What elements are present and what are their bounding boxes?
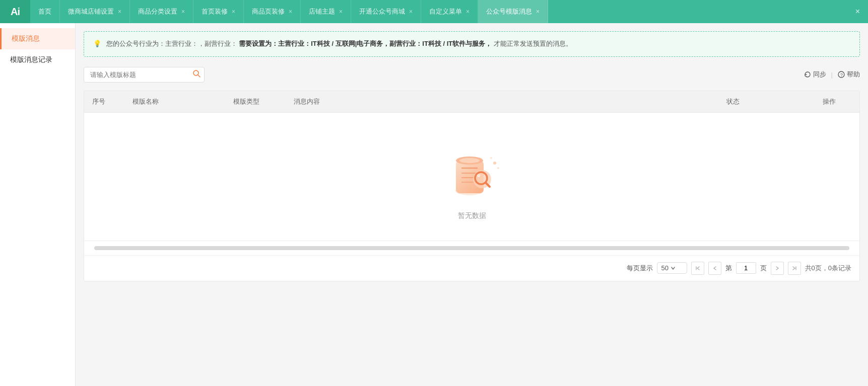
toolbar-divider: |	[831, 71, 833, 79]
scrollbar-area	[84, 241, 859, 255]
table-header-th-name: 模版名称	[124, 91, 225, 112]
close-tab-button[interactable]: ×	[339, 8, 343, 15]
search-bar: 同步 | ? 帮助	[84, 67, 860, 83]
nav-tab-7[interactable]: 自定义菜单×	[421, 0, 478, 23]
table-header-th-status: 状态	[718, 91, 799, 112]
close-tab-button[interactable]: ×	[409, 8, 413, 15]
page-number-input[interactable]	[736, 262, 756, 274]
last-page-button[interactable]	[788, 262, 801, 275]
data-table: 序号模版名称模版类型消息内容状态操作	[84, 91, 860, 281]
notice-text-before: 您的公众号行业为：主营行业：，副营行业：	[106, 40, 237, 47]
empty-state: 暂无数据	[84, 113, 859, 241]
close-tab-button[interactable]: ×	[466, 8, 470, 15]
close-tab-button[interactable]: ×	[181, 8, 185, 15]
main-content: 💡 您的公众号行业为：主营行业：，副营行业： 需要设置为：主营行业：IT科技 /…	[76, 23, 868, 386]
sidebar-item-0[interactable]: 模版消息	[0, 28, 75, 49]
first-page-icon	[695, 266, 700, 271]
nav-tab-6[interactable]: 开通公众号商城×	[351, 0, 421, 23]
page-size-select[interactable]: 50	[657, 262, 687, 274]
pagination: 每页显示 50 第	[84, 255, 859, 281]
empty-illustration	[442, 143, 502, 203]
prev-page-button[interactable]	[708, 262, 721, 275]
horizontal-scrollbar[interactable]	[94, 246, 849, 250]
prev-page-icon	[713, 266, 717, 271]
total-pages-label: 共0页，0条记录	[805, 264, 851, 273]
sync-icon	[804, 71, 811, 78]
nav-tab-1[interactable]: 微商城店铺设置×	[60, 0, 130, 23]
notice-icon: 💡	[93, 40, 101, 47]
search-input-wrap	[84, 67, 205, 83]
empty-text: 暂无数据	[458, 211, 486, 220]
svg-text:?: ?	[840, 72, 843, 78]
nav-tab-0[interactable]: 首页	[30, 0, 60, 23]
table-header-th-content: 消息内容	[286, 91, 718, 112]
page-unit: 页	[760, 264, 767, 273]
next-page-icon	[775, 266, 779, 271]
table-header: 序号模版名称模版类型消息内容状态操作	[84, 91, 859, 113]
nav-tab-4[interactable]: 商品页装修×	[244, 0, 301, 23]
next-page-button[interactable]	[771, 262, 784, 275]
notice-highlight: 需要设置为：主营行业：IT科技 / 互联网|电子商务，副营行业：IT科技 / I…	[239, 40, 492, 47]
chevron-down-icon	[671, 266, 676, 271]
toolbar-right: 同步 | ? 帮助	[804, 70, 860, 79]
nav-tab-3[interactable]: 首页装修×	[193, 0, 244, 23]
svg-point-18	[497, 167, 499, 169]
svg-line-1	[198, 75, 200, 77]
first-page-button[interactable]	[691, 262, 704, 275]
close-all-tabs-button[interactable]: ×	[847, 7, 868, 16]
table-header-th-action: 操作	[799, 91, 859, 112]
help-icon: ?	[838, 71, 845, 78]
svg-point-16	[477, 174, 480, 177]
app-logo: Ai	[0, 0, 30, 23]
help-label: 帮助	[847, 70, 860, 79]
close-tab-button[interactable]: ×	[232, 8, 235, 15]
nav-tab-8[interactable]: 公众号模版消息×	[478, 0, 548, 23]
sync-label: 同步	[813, 70, 826, 79]
svg-point-8	[459, 158, 480, 163]
sidebar: 模版消息模版消息记录	[0, 23, 76, 386]
close-tab-button[interactable]: ×	[536, 8, 540, 15]
page-size-value: 50	[661, 264, 669, 272]
notice-box: 💡 您的公众号行业为：主营行业：，副营行业： 需要设置为：主营行业：IT科技 /…	[84, 31, 860, 57]
page-size-label: 每页显示	[627, 264, 653, 273]
nav-tab-2[interactable]: 商品分类设置×	[130, 0, 193, 23]
search-button[interactable]	[193, 70, 201, 79]
svg-point-17	[493, 162, 496, 165]
nav-tab-5[interactable]: 店铺主题×	[301, 0, 351, 23]
help-button[interactable]: ? 帮助	[838, 70, 860, 79]
svg-point-19	[490, 157, 492, 159]
last-page-icon	[792, 266, 797, 271]
sidebar-item-1[interactable]: 模版消息记录	[0, 49, 75, 70]
table-header-th-type: 模版类型	[225, 91, 286, 112]
page-label: 第	[725, 264, 732, 273]
search-input[interactable]	[84, 67, 205, 83]
close-tab-button[interactable]: ×	[289, 8, 292, 15]
notice-text-after: 才能正常发送预置的消息。	[494, 40, 572, 47]
close-tab-button[interactable]: ×	[118, 8, 121, 15]
table-header-th-seq: 序号	[84, 91, 124, 112]
sync-button[interactable]: 同步	[804, 70, 826, 79]
